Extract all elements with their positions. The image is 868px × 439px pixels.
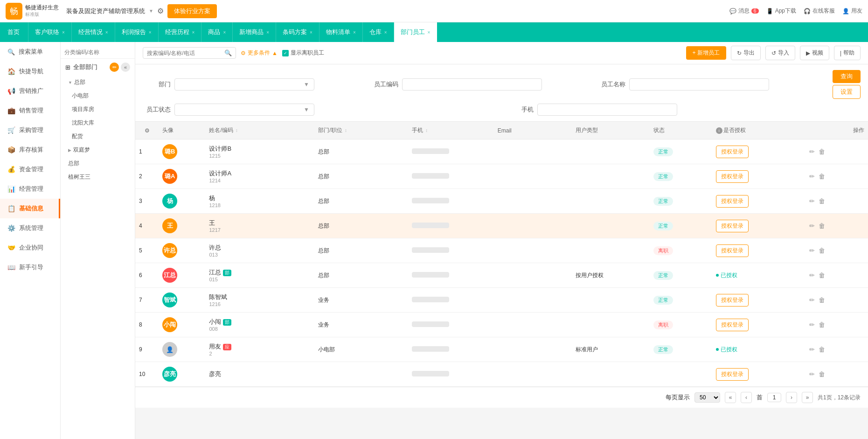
system-title-dropdown[interactable]: ▼ [149, 8, 153, 14]
delete-icon[interactable]: 🗑 [819, 296, 825, 304]
delete-icon[interactable]: 🗑 [819, 272, 825, 279]
import-button[interactable]: ↺ 导入 [765, 46, 795, 60]
tree-collapse-btn[interactable]: « [121, 63, 130, 72]
sidebar-item-quick-nav[interactable]: 🏠 快捷导航 [0, 62, 60, 81]
tab-close-icon[interactable]: × [105, 30, 108, 35]
edit-icon[interactable]: ✏ [809, 222, 815, 230]
tab-close-icon[interactable]: × [310, 30, 312, 35]
auth-login-button[interactable]: 授权登录 [716, 244, 749, 257]
edit-icon[interactable]: ✏ [809, 197, 815, 205]
nav-tab-barcode[interactable]: 条码方案× [276, 22, 319, 42]
nav-tab-profit[interactable]: 利润报告× [115, 22, 159, 42]
delete-icon[interactable]: 🗑 [819, 346, 825, 353]
sidebar-item-marketing[interactable]: 📢 营销推广 [0, 81, 60, 101]
query-button[interactable]: 查询 [833, 70, 861, 83]
sidebar-search[interactable]: 🔍 搜索菜单 [0, 42, 60, 62]
nav-tab-operation[interactable]: 经营情况× [72, 22, 115, 42]
app-download-btn[interactable]: 📱 App下载 [766, 7, 796, 15]
help-button[interactable]: | 帮助 [834, 46, 861, 60]
tree-node-double-dream[interactable]: ▶ 双庭梦 [61, 143, 135, 157]
prev-page-btn[interactable]: ‹ [741, 392, 752, 403]
edit-icon[interactable]: ✏ [809, 296, 815, 304]
last-page-btn[interactable]: » [802, 392, 813, 403]
tab-close-icon[interactable]: × [223, 30, 226, 35]
col-phone-header[interactable]: 手机 ↕ [408, 122, 494, 139]
tree-node-planting[interactable]: 植树王三 [61, 170, 135, 184]
auth-login-button[interactable]: 授权登录 [716, 195, 749, 208]
tree-node-small-elec[interactable]: 小电部 [61, 89, 135, 103]
view-button[interactable]: ▶ 视频 [800, 46, 829, 60]
next-page-btn[interactable]: › [786, 392, 797, 403]
nav-tab-new_goods[interactable]: 新增商品× [233, 22, 276, 42]
delete-icon[interactable]: 🗑 [819, 321, 825, 328]
set-button[interactable]: 设置 [833, 85, 861, 99]
tree-search-input[interactable] [64, 49, 134, 56]
show-resigned-check[interactable]: ✓ 显示离职员工 [282, 49, 324, 57]
add-staff-button[interactable]: + 新增员工 [686, 46, 726, 60]
per-page-select[interactable]: 50 100 [694, 392, 720, 403]
sidebar-item-finance[interactable]: 💰 资金管理 [0, 160, 60, 179]
nav-tab-material[interactable]: 物料清单× [319, 22, 363, 42]
auth-login-button[interactable]: 授权登录 [716, 170, 749, 183]
more-conditions-btn[interactable]: ⚙ 更多条件 ▲ [241, 49, 278, 57]
auth-login-button[interactable]: 授权登录 [716, 220, 749, 232]
col-dept-header[interactable]: 部门/职位 ↕ [314, 122, 408, 139]
edit-icon[interactable]: ✏ [809, 247, 815, 254]
dept-select[interactable]: ▼ [174, 78, 314, 91]
sidebar-item-basic-info[interactable]: 📋 基础信息 [0, 199, 60, 218]
sidebar-item-operation-mgr[interactable]: 📊 经营管理 [0, 179, 60, 199]
sidebar-item-inventory[interactable]: 📦 库存核算 [0, 140, 60, 160]
nav-tab-staff[interactable]: 部门员工× [394, 22, 437, 42]
edit-icon[interactable]: ✏ [809, 148, 815, 155]
nav-tab-process[interactable]: 经营历程× [159, 22, 202, 42]
sidebar-item-purchase[interactable]: 🛒 采购管理 [0, 120, 60, 140]
auth-login-button[interactable]: 授权登录 [716, 294, 749, 307]
export-button[interactable]: ↻ 导出 [731, 46, 761, 60]
delete-icon[interactable]: 🗑 [819, 370, 825, 378]
delete-icon[interactable]: 🗑 [819, 247, 825, 254]
sidebar-item-sales[interactable]: 💼 销售管理 [0, 101, 60, 120]
delete-icon[interactable]: 🗑 [819, 173, 825, 180]
first-page-btn[interactable]: « [725, 392, 736, 403]
online-service-btn[interactable]: 🎧 在线客服 [804, 7, 835, 15]
edit-icon[interactable]: ✏ [809, 173, 815, 180]
delete-icon[interactable]: 🗑 [819, 197, 825, 205]
nav-tab-warehouse[interactable]: 仓库× [363, 22, 394, 42]
emp-name-input[interactable] [629, 78, 769, 91]
sidebar-item-cooperation[interactable]: 🤝 企业协同 [0, 238, 60, 258]
edit-icon[interactable]: ✏ [809, 346, 815, 353]
delete-icon[interactable]: 🗑 [819, 148, 825, 155]
search-input[interactable] [147, 50, 222, 56]
nav-tab-customer[interactable]: 客户联络× [28, 22, 72, 42]
tab-close-icon[interactable]: × [428, 30, 431, 35]
col-settings-header[interactable]: ⚙ [135, 122, 159, 139]
tab-close-icon[interactable]: × [62, 30, 65, 35]
delete-icon[interactable]: 🗑 [819, 222, 825, 230]
emp-code-input[interactable] [402, 78, 542, 91]
emp-status-select[interactable]: ▼ [174, 104, 314, 116]
tab-close-icon[interactable]: × [266, 30, 269, 35]
auth-login-button[interactable]: 授权登录 [716, 146, 749, 158]
auth-login-button[interactable]: 授权登录 [716, 319, 749, 331]
tree-node-shenyang[interactable]: 沈阳大库 [61, 116, 135, 130]
col-name-header[interactable]: 姓名/编码 ↕ [205, 122, 314, 139]
tree-node-general-expand[interactable]: ▼ 总部 [61, 76, 135, 89]
sidebar-item-guide[interactable]: 📖 新手引导 [0, 258, 60, 277]
auth-info-icon[interactable]: i [716, 127, 722, 134]
current-page-input[interactable]: 1 [767, 393, 781, 402]
nav-tab-goods[interactable]: 商品× [201, 22, 233, 42]
tab-close-icon[interactable]: × [384, 30, 387, 35]
edit-icon[interactable]: ✏ [809, 321, 815, 328]
tab-close-icon[interactable]: × [353, 30, 356, 35]
phone-input[interactable] [537, 104, 677, 116]
tab-close-icon[interactable]: × [149, 30, 152, 35]
tree-node-hq[interactable]: 总部 [61, 157, 135, 170]
edit-icon[interactable]: ✏ [809, 370, 815, 378]
nav-tab-home[interactable]: 首页 [4, 22, 28, 42]
gear-icon[interactable]: ⚙ [157, 7, 164, 15]
message-btn[interactable]: 💬 消息 6 [729, 7, 759, 15]
auth-login-button[interactable]: 授权登录 [716, 368, 749, 381]
tab-close-icon[interactable]: × [192, 30, 195, 35]
user-btn[interactable]: 👤 用友 [842, 7, 862, 15]
tree-node-project[interactable]: 项目库房 [61, 103, 135, 116]
